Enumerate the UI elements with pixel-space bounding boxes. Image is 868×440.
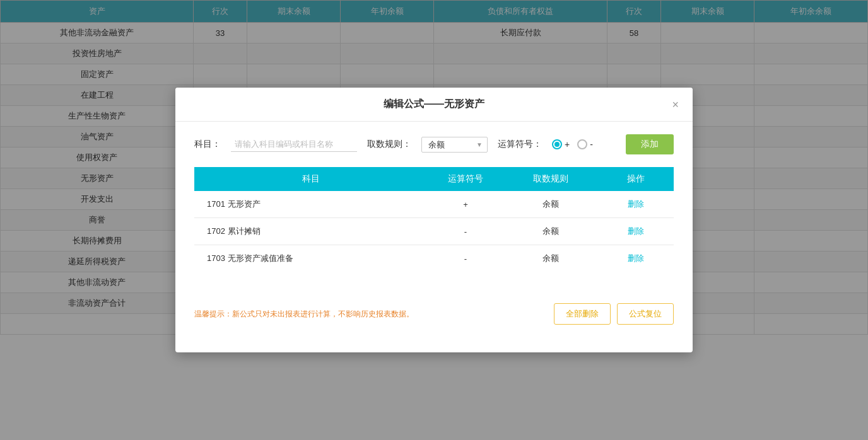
row3-subject: 1703 无形资产减值准备 <box>194 245 428 272</box>
modal-dialog: 编辑公式——无形资产 × 科目： 取数规则： 余额 借方 贷方 借方发生额 贷方… <box>175 88 693 352</box>
rule-select-wrap: 余额 借方 贷方 借方发生额 贷方发生额 ▼ <box>421 137 488 153</box>
radio-circle-minus <box>577 139 587 149</box>
table-row: 1701 无形资产 + 余额 删除 <box>194 191 674 218</box>
form-row: 科目： 取数规则： 余额 借方 贷方 借方发生额 贷方发生额 ▼ 运算符号： <box>194 134 674 154</box>
col-operator-header: 运算符号 <box>428 167 503 191</box>
radio-circle-plus <box>552 139 562 149</box>
table-row: 1702 累计摊销 - 余额 删除 <box>194 218 674 245</box>
modal-close-button[interactable]: × <box>668 98 683 112</box>
footer-tip: 温馨提示：新公式只对未出报表进行计算，不影响历史报表数据。 <box>194 309 414 320</box>
row2-action: 删除 <box>598 218 674 245</box>
subject-label: 科目： <box>194 139 221 150</box>
modal-overlay: 编辑公式——无形资产 × 科目： 取数规则： 余额 借方 贷方 借方发生额 贷方… <box>0 0 868 440</box>
modal-header: 编辑公式——无形资产 × <box>175 88 693 122</box>
row2-rule: 余额 <box>503 218 598 245</box>
modal-footer: 温馨提示：新公式只对未出报表进行计算，不影响历史报表数据。 全部删除 公式复位 <box>175 297 693 331</box>
row1-rule: 余额 <box>503 191 598 218</box>
row1-delete-button[interactable]: 删除 <box>628 199 644 209</box>
row3-rule: 余额 <box>503 245 598 272</box>
delete-all-button[interactable]: 全部删除 <box>554 303 611 325</box>
subject-input[interactable] <box>231 137 357 152</box>
operator-plus-radio[interactable]: + <box>552 139 570 149</box>
row3-delete-button[interactable]: 删除 <box>628 253 644 263</box>
formula-table: 科目 运算符号 取数规则 操作 1701 无形资产 + 余额 删除 <box>194 167 674 272</box>
row1-action: 删除 <box>598 191 674 218</box>
table-row: 1703 无形资产减值准备 - 余额 删除 <box>194 245 674 272</box>
rule-label: 取数规则： <box>367 139 411 150</box>
col-subject-header: 科目 <box>194 167 428 191</box>
row2-operator: - <box>428 218 503 245</box>
operator-minus-label: - <box>590 139 593 149</box>
col-rule-header: 取数规则 <box>503 167 598 191</box>
reset-formula-button[interactable]: 公式复位 <box>617 303 674 325</box>
modal-title: 编辑公式——无形资产 <box>384 98 484 109</box>
add-button[interactable]: 添加 <box>626 134 674 154</box>
row1-operator: + <box>428 191 503 218</box>
row2-delete-button[interactable]: 删除 <box>628 226 644 236</box>
modal-body: 科目： 取数规则： 余额 借方 贷方 借方发生额 贷方发生额 ▼ 运算符号： <box>175 122 693 297</box>
operator-label: 运算符号： <box>498 139 542 150</box>
row3-operator: - <box>428 245 503 272</box>
col-action-header: 操作 <box>598 167 674 191</box>
footer-buttons: 全部删除 公式复位 <box>554 303 674 325</box>
row1-subject: 1701 无形资产 <box>194 191 428 218</box>
operator-plus-label: + <box>565 139 570 149</box>
row3-action: 删除 <box>598 245 674 272</box>
row2-subject: 1702 累计摊销 <box>194 218 428 245</box>
rule-select[interactable]: 余额 借方 贷方 借方发生额 贷方发生额 <box>421 137 488 153</box>
operator-minus-radio[interactable]: - <box>577 139 593 149</box>
operator-radio-group: + - <box>552 139 593 149</box>
